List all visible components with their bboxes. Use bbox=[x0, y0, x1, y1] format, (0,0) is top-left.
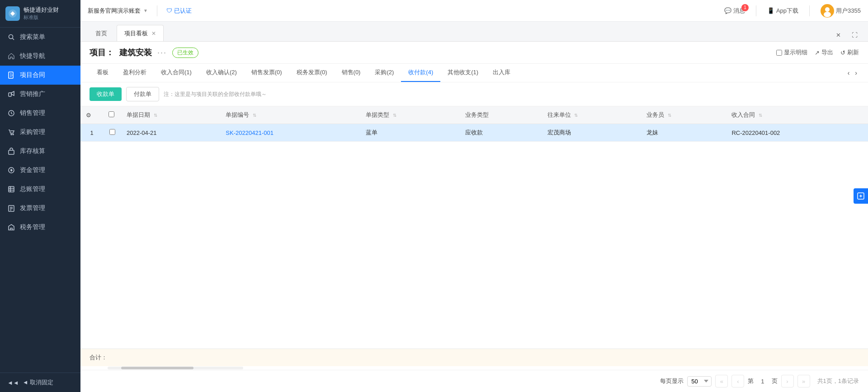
sidebar-nav: 搜索菜单 快捷导航 项 bbox=[0, 28, 80, 237]
sidebar-item-search[interactable]: 搜索菜单 bbox=[0, 28, 80, 47]
svg-marker-8 bbox=[11, 91, 14, 96]
shield-icon: 🛡 bbox=[166, 7, 172, 14]
sort-icon: ⇅ bbox=[154, 113, 157, 118]
table-wrap: ⚙ 单据日期 ⇅ 单据编号 ⇅ bbox=[80, 106, 868, 349]
sidebar-item-ledger[interactable]: 总账管理 bbox=[0, 180, 80, 199]
sidebar-item-purchase[interactable]: 采购管理 bbox=[0, 123, 80, 142]
subtab-income-confirm[interactable]: 收入确认(2) bbox=[199, 64, 244, 82]
sidebar-pin-toggle[interactable]: ◄◄ ◄ 取消固定 bbox=[0, 373, 80, 392]
subtab-payment[interactable]: 收付款(4) bbox=[401, 64, 440, 82]
sidebar-item-marketing[interactable]: 营销推广 bbox=[0, 85, 80, 104]
sales-icon bbox=[7, 109, 15, 117]
sidebar-item-quicknav[interactable]: 快捷导航 bbox=[0, 47, 80, 66]
data-table: ⚙ 单据日期 ⇅ 单据编号 ⇅ bbox=[80, 106, 868, 142]
prev-page-button[interactable]: ‹ bbox=[731, 375, 744, 387]
col-date[interactable]: 单据日期 ⇅ bbox=[121, 106, 220, 124]
svg-point-11 bbox=[13, 134, 14, 135]
sidebar-item-sales[interactable]: 销售管理 bbox=[0, 104, 80, 123]
show-detail-checkbox[interactable]: 显示明细 bbox=[776, 48, 807, 57]
col-salesperson[interactable]: 业务员 ⇅ bbox=[641, 106, 726, 124]
next-page-button[interactable]: › bbox=[781, 375, 794, 387]
topbar-divider bbox=[157, 5, 157, 16]
scroll-track[interactable] bbox=[108, 367, 243, 369]
home-icon bbox=[7, 52, 15, 60]
topbar-right: 💬 消息 1 📱 App下载 用户3355 bbox=[724, 4, 861, 18]
col-partner[interactable]: 往来单位 ⇅ bbox=[542, 106, 641, 124]
close-window-button[interactable]: ✕ bbox=[832, 29, 844, 41]
sidebar-item-label: 库存核算 bbox=[20, 147, 45, 155]
phone-icon: 📱 bbox=[767, 7, 774, 14]
sort-icon: ⇅ bbox=[759, 113, 762, 118]
document-link[interactable]: SK-20220421-001 bbox=[226, 129, 274, 136]
row-checkbox-cell bbox=[103, 124, 121, 142]
page-label: 第 bbox=[748, 377, 754, 385]
tab-close-icon[interactable]: ✕ bbox=[151, 30, 156, 37]
sidebar-item-finance[interactable]: 资金管理 bbox=[0, 161, 80, 180]
certified-label: 已认证 bbox=[174, 7, 192, 15]
subtab-other-income[interactable]: 其他收支(1) bbox=[440, 64, 486, 82]
export-button[interactable]: ↗ 导出 bbox=[815, 48, 833, 57]
page-suffix: 页 bbox=[772, 377, 778, 385]
receipts-filter-button[interactable]: 收款单 bbox=[90, 87, 122, 101]
sidebar-item-label: 项目合同 bbox=[20, 71, 45, 79]
subtab-purchase[interactable]: 采购(2) bbox=[368, 64, 401, 82]
sidebar-item-label: 搜索菜单 bbox=[20, 33, 45, 41]
table-row[interactable]: 1 2022-04-21 SK-20220421-001 蓝单 应收款 宏茂商场… bbox=[80, 124, 868, 142]
per-page-select[interactable]: 50 100 200 bbox=[687, 376, 712, 387]
more-options-button[interactable]: ··· bbox=[157, 48, 167, 57]
account-name: 新服务官网演示账套 bbox=[88, 7, 141, 15]
last-page-button[interactable]: » bbox=[797, 375, 810, 387]
row-number[interactable]: SK-20220421-001 bbox=[220, 124, 360, 142]
total-label: 合计： bbox=[90, 354, 107, 362]
tab-home[interactable]: 首页 bbox=[88, 25, 115, 41]
sidebar: 畅捷通好业财 标准版 搜索菜单 快捷导航 bbox=[0, 0, 80, 392]
row-num: 1 bbox=[80, 124, 103, 142]
float-action-button[interactable] bbox=[854, 188, 868, 204]
app-download-button[interactable]: 📱 App下载 bbox=[767, 7, 798, 15]
payments-filter-button[interactable]: 付款单 bbox=[126, 87, 159, 101]
col-contract[interactable]: 收入合同 ⇅ bbox=[726, 106, 868, 124]
subtab-sales-invoice[interactable]: 销售发票(0) bbox=[244, 64, 289, 82]
scroll-thumb[interactable] bbox=[121, 367, 193, 369]
sidebar-item-label: 营销推广 bbox=[20, 90, 45, 98]
row-checkbox[interactable] bbox=[109, 129, 115, 135]
sidebar-scroll: 搜索菜单 快捷导航 项 bbox=[0, 28, 80, 373]
sidebar-item-invoice[interactable]: 发票管理 bbox=[0, 199, 80, 218]
refresh-icon: ↺ bbox=[840, 49, 845, 56]
maximize-window-button[interactable]: ⛶ bbox=[848, 29, 861, 41]
marketing-icon bbox=[7, 90, 15, 98]
tab-project-board[interactable]: 项目看板 ✕ bbox=[117, 25, 164, 41]
refresh-button[interactable]: ↺ 刷新 bbox=[840, 48, 859, 57]
subtab-prev-button[interactable]: ‹ bbox=[846, 67, 852, 78]
avatar bbox=[821, 4, 834, 18]
tabbar: 首页 项目看板 ✕ ✕ ⛶ bbox=[80, 22, 868, 42]
subtabs-bar: 看板 盈利分析 收入合同(1) 收入确认(2) 销售发票(0) 税务发票(0) … bbox=[80, 64, 868, 82]
message-button[interactable]: 💬 消息 1 bbox=[724, 7, 745, 15]
sidebar-item-inventory[interactable]: 库存核算 bbox=[0, 142, 80, 161]
col-settings[interactable]: ⚙ bbox=[80, 106, 103, 124]
sidebar-item-label: 采购管理 bbox=[20, 128, 45, 136]
chevron-down-icon: ▼ bbox=[143, 8, 148, 13]
subtab-inout[interactable]: 出入库 bbox=[486, 64, 518, 82]
col-number[interactable]: 单据编号 ⇅ bbox=[220, 106, 360, 124]
account-selector[interactable]: 新服务官网演示账套 ▼ bbox=[88, 7, 148, 15]
svg-point-24 bbox=[824, 12, 831, 17]
subtab-kanban[interactable]: 看板 bbox=[90, 64, 116, 82]
sidebar-item-tax[interactable]: 税务管理 bbox=[0, 218, 80, 237]
show-detail-input[interactable] bbox=[776, 50, 782, 56]
svg-line-2 bbox=[13, 38, 14, 40]
search-icon bbox=[7, 33, 15, 41]
subtab-sales[interactable]: 销售(0) bbox=[335, 64, 368, 82]
subtab-profit[interactable]: 盈利分析 bbox=[116, 64, 154, 82]
sidebar-item-contract[interactable]: 项目合同 bbox=[0, 66, 80, 85]
sidebar-item-label: 发票管理 bbox=[20, 204, 45, 212]
col-type[interactable]: 单据类型 ⇅ bbox=[360, 106, 459, 124]
subtab-tax-invoice[interactable]: 税务发票(0) bbox=[289, 64, 335, 82]
contract-icon bbox=[7, 71, 15, 79]
subtab-next-button[interactable]: › bbox=[853, 67, 859, 78]
purchase-icon bbox=[7, 128, 15, 136]
subtab-income-contract[interactable]: 收入合同(1) bbox=[154, 64, 199, 82]
select-all-checkbox[interactable] bbox=[108, 111, 114, 117]
user-menu[interactable]: 用户3355 bbox=[821, 4, 861, 18]
first-page-button[interactable]: « bbox=[715, 375, 728, 387]
